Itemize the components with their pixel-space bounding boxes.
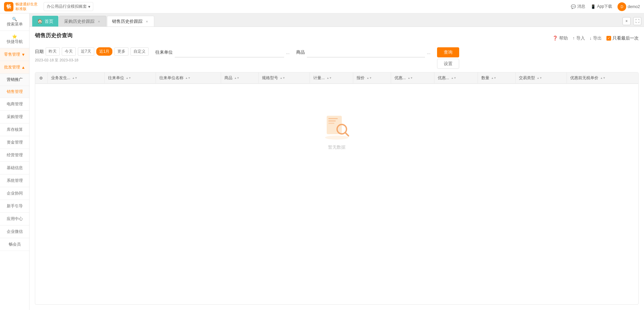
table-header-row: ⚙ 业务发生... ▲▼ 往来单位 ▲▼ 往来单位名称 xyxy=(35,72,638,84)
sidebar-item-guide[interactable]: 新手引导 xyxy=(0,200,29,213)
partner-label: 往来单位 xyxy=(155,49,173,55)
user-area[interactable]: D demo2 xyxy=(618,2,640,11)
sidebar-item-wholesale[interactable]: 批发管理 ▲ xyxy=(0,61,29,74)
workspace-selector[interactable]: 办公用品行业模拟账套 ▾ xyxy=(44,2,93,11)
message-icon: 💬 xyxy=(571,4,576,9)
wholesale-label: 批发管理 xyxy=(4,64,20,70)
product-label: 商品 xyxy=(296,49,305,55)
tab-home[interactable]: 🏠 首页 xyxy=(32,16,58,27)
date-label: 日期 xyxy=(35,49,44,55)
page-title: 销售历史价查询 xyxy=(35,32,72,39)
home-icon: 🏠 xyxy=(37,19,43,24)
col-pretax-price[interactable]: 优惠前无税单价 ▲▼ xyxy=(567,72,638,84)
sidebar-item-cooperation[interactable]: 企业协同 xyxy=(0,187,29,200)
sidebar-item-marketing[interactable]: 营销推广 xyxy=(0,74,29,86)
chevron-up-icon: ▲ xyxy=(21,65,25,70)
help-icon: ❓ xyxy=(552,36,558,41)
date-btn-1month[interactable]: 近1月 xyxy=(96,47,113,56)
logo-icon: 畅 xyxy=(4,2,13,11)
sidebar-item-purchase[interactable]: 采购管理 xyxy=(0,111,29,123)
search-icon: 🔍 xyxy=(12,17,17,21)
sidebar-item-sales[interactable]: 销售管理 xyxy=(0,86,29,98)
sort-arrows-product: ▲▼ xyxy=(234,76,239,80)
col-quantity[interactable]: 数量 ▲▼ xyxy=(478,72,515,84)
col-unit[interactable]: 计量... ▲▼ xyxy=(310,72,353,84)
tab-close-btn[interactable]: × xyxy=(623,17,631,25)
sidebar-item-system[interactable]: 系统管理 xyxy=(0,174,29,187)
filter-area: 日期 昨天 今天 近7天 近1月 更多 自定义 2023-02-18 至 202… xyxy=(35,47,639,69)
sidebar-item-operations[interactable]: 经营管理 xyxy=(0,149,29,162)
chevron-down-icon: ▼ xyxy=(21,52,25,57)
col-trade-type[interactable]: 交易类型 ▲▼ xyxy=(515,72,567,84)
col-settings[interactable]: ⚙ xyxy=(35,72,47,84)
tab-fullscreen-btn[interactable]: ⛶ xyxy=(633,17,641,25)
partner-ellipsis[interactable]: ... xyxy=(286,50,290,55)
date-btn-custom[interactable]: 自定义 xyxy=(130,47,149,56)
svg-rect-2 xyxy=(328,118,338,119)
date-btn-more[interactable]: 更多 xyxy=(114,47,128,56)
svg-rect-4 xyxy=(328,123,334,124)
col-quoted-price[interactable]: 报价 ▲▼ xyxy=(353,72,391,84)
tab-bar: 🏠 首页 采购历史价跟踪 × 销售历史价跟踪 × × ⛶ xyxy=(30,13,644,27)
tab-sales-history[interactable]: 销售历史价跟踪 × xyxy=(107,16,154,27)
sidebar-item-finance[interactable]: 资金管理 xyxy=(0,136,29,149)
col-spec[interactable]: 规格型号 ▲▼ xyxy=(258,72,310,84)
import-link[interactable]: ↑ 导入 xyxy=(573,35,585,41)
tab-close-purchase[interactable]: × xyxy=(97,19,101,24)
col-product[interactable]: 商品 ▲▼ xyxy=(221,72,258,84)
col-biz-date[interactable]: 业务发生... ▲▼ xyxy=(47,72,104,84)
sort-arrows-trade-type: ▲▼ xyxy=(537,76,542,80)
sidebar-item-basic[interactable]: 基础信息 xyxy=(0,162,29,174)
col-partner-name[interactable]: 往来单位名称 ▲▼ xyxy=(156,72,221,84)
col-discount1[interactable]: 优惠... ▲▼ xyxy=(391,72,434,84)
top-bar-left: 畅 畅捷通好生意 标准版 办公用品行业模拟账套 ▾ xyxy=(4,2,93,11)
avatar: D xyxy=(618,2,626,11)
tab-purchase-history[interactable]: 采购历史价跟踪 × xyxy=(59,16,106,27)
help-link[interactable]: ❓ 帮助 xyxy=(552,35,568,41)
gear-icon: ⚙ xyxy=(39,76,43,81)
sidebar-item-apps[interactable]: 应用中心 xyxy=(0,213,29,225)
data-table: ⚙ 业务发生... ▲▼ 往来单位 ▲▼ 往来单位名称 xyxy=(35,72,638,84)
tab-close-sales[interactable]: × xyxy=(145,19,149,24)
message-button[interactable]: 💬 消息 xyxy=(571,4,585,9)
product-ellipsis[interactable]: ... xyxy=(427,50,431,55)
retail-label: 零售管理 xyxy=(4,52,20,57)
sidebar-item-wechat[interactable]: 企业微信 xyxy=(0,225,29,238)
only-last-checkbox[interactable]: ✓ 只看最后一次 xyxy=(606,35,639,41)
date-btn-yesterday[interactable]: 昨天 xyxy=(46,47,60,56)
sidebar-item-retail[interactable]: 零售管理 ▼ xyxy=(0,48,29,61)
settings-button[interactable]: 设置 xyxy=(437,59,459,69)
top-bar-right: 💬 消息 📱 App下载 D demo2 xyxy=(571,2,640,11)
sidebar-item-quicknav[interactable]: ⭐ 快捷导航 xyxy=(0,31,29,48)
sidebar-item-inventory[interactable]: 库存核算 xyxy=(0,123,29,136)
sort-arrows-quoted-price: ▲▼ xyxy=(367,76,372,80)
checkbox-checked-icon: ✓ xyxy=(606,36,611,41)
sort-arrows-unit: ▲▼ xyxy=(326,76,332,80)
sort-arrows-pretax-price: ▲▼ xyxy=(600,76,605,80)
date-filter-group: 日期 昨天 今天 近7天 近1月 更多 自定义 2023-02-18 至 202… xyxy=(35,47,149,63)
col-partner-code[interactable]: 往来单位 ▲▼ xyxy=(104,72,156,84)
date-btn-today[interactable]: 今天 xyxy=(62,47,76,56)
date-btn-7days[interactable]: 近7天 xyxy=(78,47,94,56)
svg-point-0 xyxy=(325,136,348,140)
sort-arrows-partner-code: ▲▼ xyxy=(126,76,131,80)
svg-line-6 xyxy=(345,133,348,136)
chevron-down-icon: ▾ xyxy=(88,4,90,9)
sidebar: 🔍 搜索菜单 ⭐ 快捷导航 零售管理 ▼ 批发管理 ▲ 营销推广 销售管理 电商… xyxy=(0,13,30,310)
empty-icon xyxy=(320,111,354,141)
page-actions: ❓ 帮助 ↑ 导入 ↓ 导出 ✓ 只看最后一次 xyxy=(552,35,639,41)
sidebar-item-members[interactable]: 畅会员 xyxy=(0,238,29,251)
col-discount2[interactable]: 优惠... ▲▼ xyxy=(434,72,478,84)
partner-filter-group: 往来单位 ... xyxy=(155,47,289,57)
sort-arrows-quantity: ▲▼ xyxy=(491,76,496,80)
empty-state: 暂无数据 xyxy=(35,84,638,177)
sidebar-item-search[interactable]: 🔍 搜索菜单 xyxy=(0,13,29,31)
sidebar-item-ecommerce[interactable]: 电商管理 xyxy=(0,98,29,111)
top-bar: 畅 畅捷通好生意 标准版 办公用品行业模拟账套 ▾ 💬 消息 📱 App下载 D… xyxy=(0,0,644,13)
export-link[interactable]: ↓ 导出 xyxy=(590,35,602,41)
query-button[interactable]: 查询 xyxy=(437,47,459,57)
app-download-button[interactable]: 📱 App下载 xyxy=(591,4,612,9)
partner-input[interactable] xyxy=(175,47,284,57)
content-area: 🏠 首页 采购历史价跟踪 × 销售历史价跟踪 × × ⛶ 销售历史价查询 xyxy=(30,13,644,310)
product-input[interactable] xyxy=(307,47,425,57)
